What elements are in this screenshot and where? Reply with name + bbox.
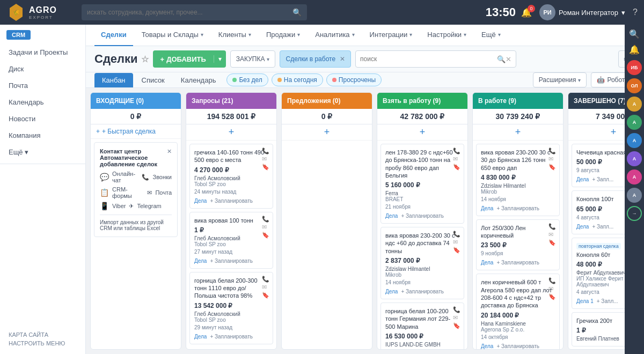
- popup-item-chat[interactable]: 💬 Онлайн-чат 📞 Звонки: [100, 171, 172, 183]
- deals-action[interactable]: Дела: [481, 260, 493, 266]
- right-avatar-9[interactable]: →: [627, 206, 642, 221]
- notification-icon[interactable]: 🔔 0: [521, 8, 532, 18]
- plan-action[interactable]: + Запланировать: [496, 343, 539, 349]
- add-button-label[interactable]: + ДОБАВИТЬ: [153, 55, 214, 63]
- phone-icon[interactable]: 📞: [262, 148, 269, 154]
- sidebar-item-more[interactable]: Ещё ▾: [0, 144, 85, 160]
- sidebar-item-disk[interactable]: Диск: [0, 61, 85, 77]
- plan-action[interactable]: + Запланировать: [210, 258, 253, 264]
- plan-action[interactable]: + Запланировать: [496, 205, 539, 211]
- deals-action[interactable]: Дела: [385, 213, 398, 219]
- nav-products[interactable]: Товары и Склады ▾: [135, 25, 210, 46]
- import-text[interactable]: Импорт данных из другой CRM или таблицы …: [100, 215, 172, 231]
- plan-action[interactable]: + Запл...: [597, 298, 618, 304]
- nav-settings[interactable]: Настройки ▾: [421, 25, 473, 46]
- phone-icon[interactable]: 📞: [262, 216, 269, 223]
- table-row[interactable]: 📞 ✉ 🔖 лен коричневый 600 т Агерола 580 е…: [476, 274, 560, 349]
- table-row[interactable]: 📞 ✉ 🔖 горница белая 100-200 тонн Германи…: [380, 303, 464, 349]
- bookmark-icon[interactable]: 🔖: [548, 239, 556, 246]
- phone-icon[interactable]: 📞: [548, 148, 556, 154]
- filter-no-deals[interactable]: Без дел: [226, 73, 268, 86]
- phone-icon[interactable]: 📞: [262, 276, 269, 283]
- bookmark-icon[interactable]: 🔖: [548, 164, 556, 171]
- right-avatar-6[interactable]: А: [627, 151, 642, 166]
- bookmark-icon[interactable]: 🔖: [453, 322, 460, 329]
- crm-badge[interactable]: CRM: [6, 30, 31, 40]
- mail-icon[interactable]: ✉: [262, 284, 269, 291]
- table-row[interactable]: 📞 ✉ 🔖 вика яровая 230-200 30 с 30 до Бря…: [476, 144, 560, 216]
- sidebar-item-news[interactable]: Новости: [0, 110, 85, 127]
- global-search[interactable]: 🔍: [82, 4, 307, 20]
- plan-action[interactable]: + Запланировать: [496, 260, 539, 266]
- nav-deals[interactable]: Сделки: [94, 25, 133, 46]
- bookmark-icon[interactable]: 🔖: [262, 292, 269, 299]
- bookmark-icon[interactable]: 🔖: [262, 164, 269, 171]
- close-icon[interactable]: ✕: [506, 55, 511, 63]
- plan-action[interactable]: + Запланировать: [210, 334, 253, 340]
- phone-icon[interactable]: 📞: [453, 306, 460, 313]
- add-button-arrow[interactable]: ▾: [214, 55, 226, 63]
- close-icon[interactable]: ✕: [167, 148, 172, 155]
- nav-integrations[interactable]: Интеграции ▾: [363, 25, 419, 46]
- nav-analytics[interactable]: Аналитика ▾: [309, 25, 361, 46]
- search-input[interactable]: [87, 9, 292, 16]
- mail-icon[interactable]: ✉: [453, 156, 460, 163]
- phone-icon[interactable]: 📞: [453, 231, 460, 238]
- add-card-requests[interactable]: +: [186, 124, 276, 141]
- mail-icon[interactable]: ✉: [262, 224, 269, 231]
- popup-item-viber[interactable]: 📱 Viber ✈ Telegram: [100, 202, 172, 210]
- close-icon[interactable]: ✕: [340, 55, 345, 63]
- mail-icon[interactable]: ✉: [548, 231, 556, 238]
- right-avatar-ol[interactable]: ОЛ: [627, 78, 642, 93]
- deals-action[interactable]: Дела: [481, 205, 493, 211]
- user-menu[interactable]: РИ Роман Интегратор ▾: [539, 4, 625, 20]
- nav-right-search-icon[interactable]: 🔍: [629, 29, 640, 39]
- nav-right-bell-icon[interactable]: 🔔: [629, 45, 640, 55]
- mail-icon[interactable]: ✉: [262, 156, 269, 163]
- deals-action[interactable]: Дела: [481, 343, 493, 349]
- right-avatar-3[interactable]: А: [627, 97, 642, 112]
- bookmark-icon[interactable]: 🔖: [453, 247, 460, 254]
- sidebar-item-mail[interactable]: Почта: [0, 77, 85, 94]
- table-row[interactable]: 📞 ✉ 🔖 вика яровая 100 тонн 1 ₽ Глеб Асмо…: [189, 212, 273, 269]
- nav-more[interactable]: Ещё ▾: [475, 25, 507, 46]
- table-row[interactable]: 📞 ✉ 🔖 Лот 250/300 Лен коричневый 23 500 …: [476, 219, 560, 271]
- table-row[interactable]: 📞 ✉ 🔖 гречиха 140-160 тонн 490-500 евро …: [189, 144, 273, 209]
- filter-button[interactable]: ЗАКУПКА ▾: [230, 50, 276, 68]
- plan-action[interactable]: + Запл...: [592, 176, 613, 182]
- table-row[interactable]: 📞 ✉ 🔖 лен 178-380 29 с ндс+60 до Брянска…: [380, 144, 464, 224]
- quick-add-incoming[interactable]: + + Быстрая сделка: [91, 124, 181, 139]
- expand-button[interactable]: Расширения ▾: [533, 72, 587, 87]
- mail-icon[interactable]: ✉: [453, 314, 460, 321]
- add-card-work[interactable]: +: [377, 124, 467, 141]
- deals-action[interactable]: Дела: [194, 334, 207, 340]
- active-filter-chip[interactable]: Сделки в работе ✕: [280, 50, 351, 68]
- phone-icon[interactable]: 📞: [548, 223, 556, 230]
- add-button[interactable]: + ДОБАВИТЬ ▾: [153, 50, 226, 68]
- sidebar-item-tasks[interactable]: Задачи и Проекты: [0, 44, 85, 61]
- deals-action[interactable]: Дела: [576, 176, 589, 182]
- popup-item-forms[interactable]: 📋 CRM-формы ✉ Почта: [100, 186, 172, 199]
- deal-search[interactable]: 🔍 ✕: [355, 50, 516, 68]
- deal-search-input[interactable]: [360, 55, 497, 63]
- tab-list[interactable]: Список: [134, 73, 172, 87]
- favorite-icon[interactable]: ☆: [141, 54, 149, 64]
- mail-icon[interactable]: ✉: [548, 156, 556, 163]
- deals-action[interactable]: Дела: [194, 258, 207, 264]
- table-row[interactable]: 📞 ✉ 🔖 горница белая 200-300 тонн 1110 ев…: [189, 272, 273, 344]
- bookmark-icon[interactable]: 🔖: [548, 293, 556, 300]
- mail-icon[interactable]: ✉: [453, 239, 460, 246]
- phone-icon[interactable]: 📞: [548, 277, 556, 284]
- mail-icon[interactable]: ✉: [548, 285, 556, 292]
- tab-calendar[interactable]: Календарь: [173, 73, 224, 87]
- plan-action[interactable]: + Запл...: [592, 224, 613, 230]
- sidebar-item-calendar[interactable]: Календарь: [0, 94, 85, 110]
- plan-action[interactable]: + Запланировать: [210, 198, 253, 204]
- deals-action[interactable]: Дела: [194, 198, 207, 204]
- plan-action[interactable]: + Запланировать: [401, 289, 444, 294]
- sitemap-link[interactable]: КАРТА САЙТА: [9, 331, 77, 338]
- phone-icon[interactable]: 📞: [453, 148, 460, 154]
- right-avatar-8[interactable]: А: [627, 188, 642, 203]
- deals-action[interactable]: Дела: [385, 289, 398, 294]
- plan-action[interactable]: + Запланировать: [401, 213, 444, 219]
